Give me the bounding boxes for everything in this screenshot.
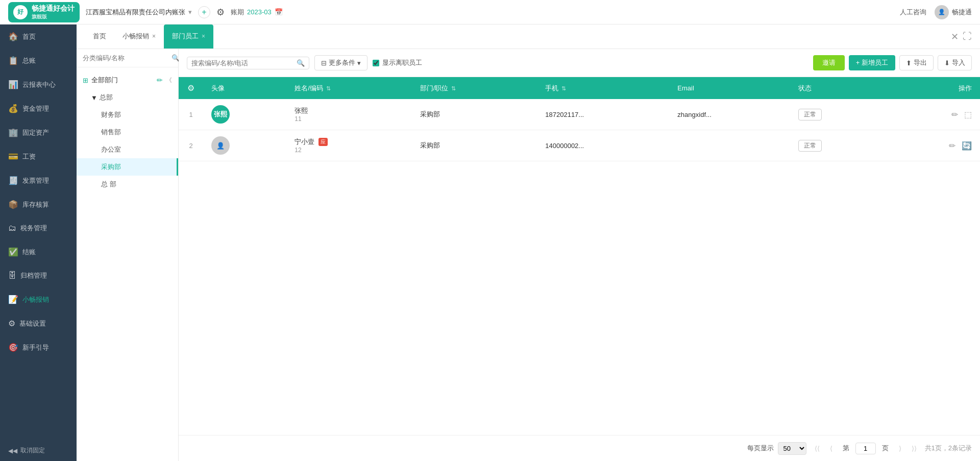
first-page-button[interactable]: ⟨⟨ — [811, 443, 824, 454]
delete-icon-2[interactable]: 🔄 — [962, 141, 972, 151]
show-resigned-checkbox-label[interactable]: 显示离职员工 — [373, 58, 422, 67]
page-input[interactable] — [855, 443, 876, 454]
status-badge-2: 正常 — [798, 140, 822, 152]
box-icon: 📦 — [8, 200, 18, 209]
status-badge-1: 正常 — [798, 109, 822, 120]
add-company-button[interactable]: + — [198, 6, 210, 18]
dept-collapse-icon[interactable]: 《 — [166, 76, 172, 85]
tab-home[interactable]: 首页 — [85, 25, 114, 48]
sidebar-item-xiaoexpense[interactable]: 📝 小畅报销 — [0, 287, 77, 311]
import-button[interactable]: ⬇ 导入 — [938, 55, 972, 70]
edit-icon-1[interactable]: ✏ — [951, 110, 958, 119]
th-phone[interactable]: 手机 ⇅ — [537, 77, 669, 99]
settings-icon[interactable]: ⚙ — [216, 7, 225, 18]
employee-search-input[interactable] — [191, 59, 293, 67]
content-area: 首页 小畅报销 × 部门员工 × ✕ ⛶ 🔍 — [77, 25, 980, 461]
last-page-button[interactable]: ⟩⟩ — [908, 443, 921, 454]
logout-icon-1[interactable]: ⬚ — [964, 110, 972, 119]
expand-icon[interactable]: ⛶ — [963, 31, 972, 42]
avatar-1: 张熙 — [211, 105, 230, 124]
invoice-icon: 🧾 — [8, 176, 18, 185]
pin-icon: ◀◀ — [8, 447, 17, 454]
row-num-1: 1 — [179, 99, 203, 130]
emp-name-2: 宁小壹 — [295, 137, 314, 147]
avatar-2: 👤 — [211, 136, 230, 155]
close-window-icon[interactable]: ✕ — [951, 31, 959, 42]
sidebar-item-label: 归档管理 — [20, 271, 47, 280]
pagination: 每页显示 10 20 50 100 ⟨⟨ ⟨ 第 页 ⟩ ⟩⟩ — [179, 435, 980, 461]
cancel-pin-label: 取消固定 — [20, 446, 45, 455]
dept-root-label: 全部部门 — [91, 76, 118, 85]
action-icons-2: ✏ 🔄 — [894, 141, 972, 151]
tab-dept-close-icon[interactable]: × — [202, 33, 205, 40]
table-row: 1 张熙 张熙 11 采购部 187202117... zh — [179, 99, 980, 130]
tab-expense[interactable]: 小畅报销 × — [114, 25, 164, 48]
home-icon: 🏠 — [8, 32, 18, 41]
filter-label: 更多条件 — [329, 58, 355, 67]
th-email: Email — [669, 77, 790, 99]
sidebar-item-label: 首页 — [22, 32, 36, 41]
dept-root-all[interactable]: ⊞ 全部部门 ✏ 《 — [77, 71, 178, 89]
emp-name-1: 张熙 — [295, 106, 404, 115]
avatar-cell-1: 张熙 — [203, 99, 286, 130]
filter-icon: ⊟ — [321, 59, 327, 67]
sidebar-item-reports[interactable]: 📊 云报表中心 — [0, 72, 77, 96]
row-num-2: 2 — [179, 130, 203, 161]
th-actions: 操作 — [886, 77, 980, 99]
total-info: 共1页，2条记录 — [925, 444, 972, 453]
cancel-pin-button[interactable]: ◀◀ 取消固定 — [0, 440, 77, 461]
table-header-row: ⚙ 头像 姓名/编码 ⇅ 部门/职位 ⇅ — [179, 77, 980, 99]
phone-cell-2: 140000002... — [537, 130, 669, 161]
building-icon: 🏢 — [8, 128, 18, 137]
next-page-button[interactable]: ⟩ — [895, 443, 905, 454]
service-label[interactable]: 人工咨询 — [900, 8, 926, 17]
export-button[interactable]: ⬆ 导出 — [899, 55, 934, 70]
sidebar-item-general[interactable]: 📋 总账 — [0, 48, 77, 72]
emp-code-2: 12 — [295, 147, 404, 154]
sidebar-item-archive[interactable]: 🗄 归档管理 — [0, 264, 77, 287]
prev-page-button[interactable]: ⟨ — [826, 443, 837, 454]
th-name[interactable]: 姓名/编码 ⇅ — [286, 77, 412, 99]
per-page-select[interactable]: 10 20 50 100 — [778, 442, 806, 455]
top-right-area: 人工咨询 👤 畅捷通 — [900, 5, 972, 19]
sidebar-item-tax[interactable]: 🗂 税务管理 — [0, 216, 77, 240]
sidebar-item-invoice[interactable]: 🧾 发票管理 — [0, 168, 77, 192]
period-selector[interactable]: 账期 2023-03 📅 — [231, 8, 283, 17]
dept-search-input[interactable] — [83, 54, 168, 62]
add-employee-button[interactable]: + 新增员工 — [849, 55, 895, 70]
invite-button[interactable]: 邀请 — [813, 55, 845, 70]
dept-item-purchase[interactable]: 采购部 — [77, 158, 178, 176]
more-filter-button[interactable]: ⊟ 更多条件 ▾ — [314, 55, 368, 70]
user-info[interactable]: 👤 畅捷通 — [935, 5, 972, 19]
sidebar-item-basic[interactable]: ⚙ 基础设置 — [0, 311, 77, 335]
company-selector[interactable]: 江西服宝精品有限责任公司内账张 ▾ — [86, 8, 192, 17]
dept-item-office[interactable]: 办公室 — [77, 141, 178, 158]
tab-dept[interactable]: 部门员工 × — [164, 25, 213, 48]
sidebar-item-funds[interactable]: 💰 资金管理 — [0, 96, 77, 120]
tab-bar: 首页 小畅报销 × 部门员工 × ✕ ⛶ — [77, 25, 980, 49]
sidebar-item-guide[interactable]: 🎯 新手引导 — [0, 335, 77, 359]
dept-item-sales[interactable]: 销售部 — [77, 124, 178, 141]
sidebar-item-checkout[interactable]: ✅ 结账 — [0, 240, 77, 264]
sidebar-item-assets[interactable]: 🏢 固定资产 — [0, 120, 77, 144]
tab-expense-close-icon[interactable]: × — [152, 33, 156, 40]
sidebar-item-home[interactable]: 🏠 首页 — [0, 25, 77, 48]
page-unit-label: 页 — [878, 442, 893, 455]
column-settings-icon[interactable]: ⚙ — [187, 83, 195, 93]
th-dept[interactable]: 部门/职位 ⇅ — [412, 77, 537, 99]
action-icons-1: ✏ ⬚ — [894, 110, 972, 119]
toolbar-right: 邀请 + 新增员工 ⬆ 导出 ⬇ 导入 — [813, 55, 972, 70]
edit-icon-2[interactable]: ✏ — [949, 141, 955, 151]
sidebar-item-inventory[interactable]: 📦 库存核算 — [0, 192, 77, 216]
dept-item-hq2[interactable]: 总 部 — [77, 176, 178, 193]
show-resigned-checkbox[interactable] — [373, 60, 379, 66]
dept-item-hq[interactable]: ▼ 总部 — [77, 89, 178, 106]
sidebar-item-salary[interactable]: 💳 工资 — [0, 144, 77, 168]
th-settings[interactable]: ⚙ — [179, 77, 203, 99]
import-icon: ⬇ — [944, 59, 950, 67]
dept-edit-icon[interactable]: ✏ — [157, 76, 163, 84]
money-icon: 💰 — [8, 104, 18, 113]
status-cell-1: 正常 — [790, 99, 886, 130]
dept-item-finance[interactable]: 财务部 — [77, 106, 178, 124]
name-cell-1: 张熙 11 — [286, 99, 412, 130]
